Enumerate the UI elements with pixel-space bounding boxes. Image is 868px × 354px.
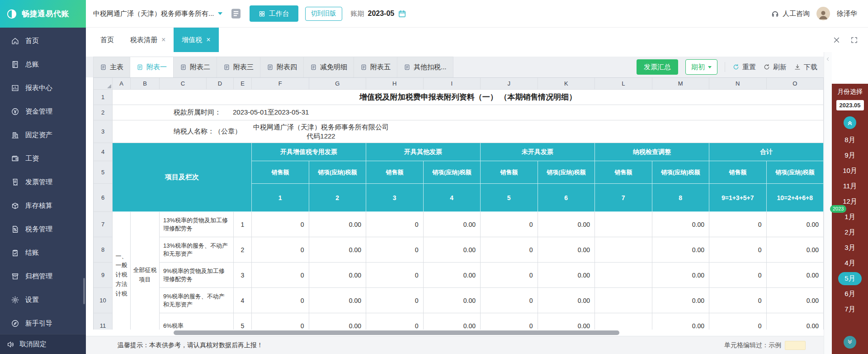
row-header[interactable]: 10: [94, 288, 113, 313]
data-cell[interactable]: 0: [252, 212, 309, 237]
data-cell[interactable]: 0: [709, 313, 767, 330]
data-cell[interactable]: 0: [481, 212, 538, 237]
data-cell[interactable]: 0: [481, 288, 538, 313]
data-cell[interactable]: [595, 263, 652, 288]
data-cell[interactable]: 0: [366, 313, 424, 330]
select-all-corner[interactable]: [94, 78, 113, 90]
subtab-main-form[interactable]: 主表: [94, 57, 130, 77]
refresh-button[interactable]: 刷新: [763, 63, 787, 72]
opening-period-dropdown[interactable]: 期初: [685, 59, 717, 75]
column-header[interactable]: A: [113, 78, 131, 90]
horizontal-scrollbar-thumb[interactable]: [174, 330, 619, 335]
month-item[interactable]: 4月: [837, 255, 863, 271]
month-item[interactable]: 3月: [837, 240, 863, 255]
column-header[interactable]: C: [160, 78, 207, 90]
scroll-months-down-button[interactable]: [844, 336, 856, 349]
item-label-cell[interactable]: 13%税率的货物及加工修理修配劳务: [160, 212, 234, 237]
column-header[interactable]: J: [481, 78, 538, 90]
data-cell[interactable]: 0.00: [424, 212, 481, 237]
sidebar-item-funds[interactable]: 资金管理: [0, 100, 86, 123]
month-item[interactable]: 9月: [837, 148, 863, 163]
data-cell[interactable]: 0.00: [538, 288, 595, 313]
subtab-reduction-detail[interactable]: 减免明细: [304, 57, 354, 77]
data-cell[interactable]: 0.00: [652, 237, 710, 263]
workbench-button[interactable]: 工作台: [250, 5, 298, 22]
row-header[interactable]: 7: [94, 212, 113, 237]
month-item[interactable]: 2月: [837, 225, 863, 240]
line-number-cell[interactable]: 4: [234, 288, 252, 313]
month-item[interactable]: 8月: [837, 132, 863, 148]
data-cell[interactable]: 0: [366, 263, 424, 288]
subtab-appendix-5[interactable]: 附表五: [354, 57, 397, 77]
data-cell[interactable]: 0: [481, 237, 538, 263]
row-header[interactable]: 5: [94, 161, 113, 184]
data-cell[interactable]: [595, 288, 652, 313]
sidebar-item-tax[interactable]: 税务管理: [0, 217, 86, 241]
data-cell[interactable]: 0.00: [424, 313, 481, 330]
column-header[interactable]: B: [131, 78, 160, 90]
sidebar-item-invoice[interactable]: 发票管理: [0, 170, 86, 194]
data-cell[interactable]: 0.00: [424, 263, 481, 288]
data-cell[interactable]: 0: [252, 237, 309, 263]
data-cell[interactable]: 0.00: [767, 263, 824, 288]
subtab-appendix-2[interactable]: 附表二: [174, 57, 217, 77]
item-label-cell[interactable]: 9%税率的服务、不动产和无形资产: [160, 288, 234, 313]
row-header[interactable]: 6: [94, 184, 113, 212]
sidebar-scrollbar-thumb[interactable]: [83, 278, 85, 304]
sidebar-item-archive[interactable]: 归档管理: [0, 264, 86, 288]
data-cell[interactable]: 0.00: [652, 288, 710, 313]
sidebar-item-fixed-assets[interactable]: 固定资产: [0, 123, 86, 147]
data-cell[interactable]: 0.00: [424, 237, 481, 263]
data-cell[interactable]: 0: [366, 288, 424, 313]
month-item-selected[interactable]: 5月: [838, 272, 862, 285]
month-item[interactable]: 7月: [837, 301, 863, 317]
data-cell[interactable]: 0: [366, 237, 424, 263]
column-header[interactable]: M: [652, 78, 710, 90]
column-header[interactable]: F: [252, 78, 309, 90]
company-selector[interactable]: 中税网通广泽（天津）税务师事务所有...: [93, 10, 222, 18]
data-cell[interactable]: 0: [481, 263, 538, 288]
line-number-cell[interactable]: 5: [234, 313, 252, 330]
row-header[interactable]: 4: [94, 143, 113, 161]
subtab-appendix-1[interactable]: 附表一: [130, 57, 174, 77]
collapse-chevron-icon[interactable]: [825, 56, 831, 354]
data-cell[interactable]: 0: [366, 212, 424, 237]
fullscreen-icon[interactable]: [850, 36, 858, 44]
tab-vat[interactable]: 增值税 ×: [174, 28, 218, 52]
close-icon[interactable]: [833, 36, 840, 44]
calendar-icon[interactable]: [398, 10, 406, 18]
data-cell[interactable]: 0.00: [538, 237, 595, 263]
data-cell[interactable]: 0.00: [309, 288, 367, 313]
sidebar-item-report-center[interactable]: 报表中心: [0, 76, 86, 100]
data-cell[interactable]: 0: [252, 263, 309, 288]
close-tab-icon[interactable]: ×: [161, 36, 165, 43]
data-cell[interactable]: 0.00: [767, 237, 824, 263]
notebook-icon[interactable]: [229, 7, 243, 20]
sidebar-item-closing[interactable]: 结账: [0, 241, 86, 264]
data-cell[interactable]: 0: [481, 313, 538, 330]
invoice-summary-button[interactable]: 发票汇总: [637, 59, 678, 75]
data-cell[interactable]: 0.00: [767, 212, 824, 237]
data-cell[interactable]: 0: [709, 288, 767, 313]
sidebar-item-general-ledger[interactable]: 总账: [0, 53, 86, 76]
row-header[interactable]: 2: [94, 105, 113, 120]
data-cell[interactable]: 0.00: [309, 263, 367, 288]
line-number-cell[interactable]: 3: [234, 263, 252, 288]
username[interactable]: 徐泽华: [837, 10, 857, 18]
sidebar-item-inventory[interactable]: 库存核算: [0, 194, 86, 217]
human-support-button[interactable]: 人工咨询: [771, 10, 810, 18]
month-item[interactable]: 6月: [837, 286, 863, 301]
sidebar-item-settings[interactable]: 设置: [0, 288, 86, 311]
sidebar-item-payroll[interactable]: 工资: [0, 147, 86, 170]
data-cell[interactable]: 0.00: [767, 288, 824, 313]
data-cell[interactable]: 0: [709, 263, 767, 288]
data-cell[interactable]: 0.00: [538, 212, 595, 237]
current-period-box[interactable]: 2023.05: [836, 100, 864, 110]
data-cell[interactable]: 0.00: [538, 313, 595, 330]
row-header[interactable]: 9: [94, 263, 113, 288]
data-cell[interactable]: 0.00: [652, 313, 710, 330]
data-cell[interactable]: 0: [252, 288, 309, 313]
column-header[interactable]: I: [424, 78, 481, 90]
column-header[interactable]: E: [234, 78, 252, 90]
unpin-sidebar-button[interactable]: 取消固定: [0, 334, 86, 354]
